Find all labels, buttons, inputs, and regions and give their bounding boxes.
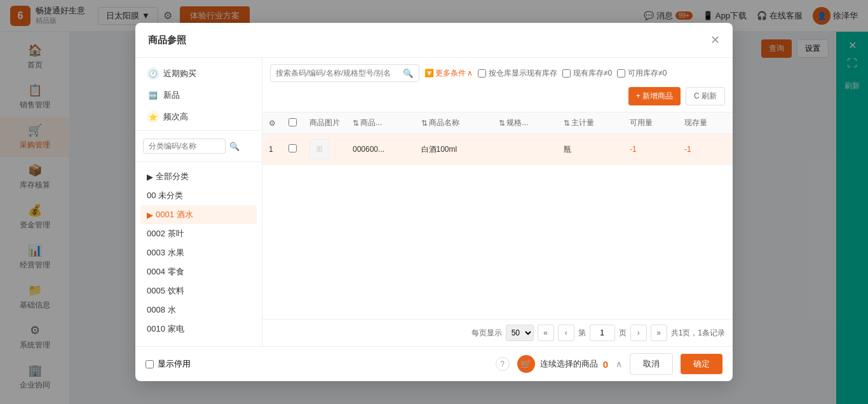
prev-page-button[interactable]: ‹ xyxy=(558,325,574,341)
new-icon: 🆕 xyxy=(147,89,159,102)
next-page-button[interactable]: › xyxy=(630,325,647,341)
last-page-button[interactable]: » xyxy=(651,325,667,341)
cat-search: 🔍 xyxy=(135,133,262,159)
row-name: 白酒100ml xyxy=(415,134,493,165)
sort-icon3: ⇅ xyxy=(499,119,505,128)
col-no: ⚙ xyxy=(262,112,282,134)
modal-header: 商品参照 ✕ xyxy=(135,23,733,58)
recent-icon: 🕐 xyxy=(147,67,159,80)
sort-icon2: ⇅ xyxy=(421,119,428,128)
filter-icon: 🔽 xyxy=(424,69,434,77)
modal-footer: 显示停用 ? 🛒 连续选择的商品 0 ∧ 取消 确定 xyxy=(135,346,733,381)
cat-0004[interactable]: 0004 零食 xyxy=(140,262,257,281)
cat-all[interactable]: ▶ 全部分类 xyxy=(140,167,257,186)
total-info: 共1页，1条记录 xyxy=(671,328,725,339)
cat-search-icon[interactable]: 🔍 xyxy=(229,142,240,151)
product-toolbar: 🔍 🔽 更多条件 ∧ 按仓库显示现有库存 xyxy=(262,58,733,112)
collapse-button[interactable]: ∧ xyxy=(616,359,622,369)
cat-0001[interactable]: ▶ 0001 酒水 xyxy=(140,205,257,224)
cat-00[interactable]: 00 未分类 xyxy=(140,186,257,205)
confirm-button[interactable]: 确定 xyxy=(681,354,722,374)
modal-body: 🕐 近期购买 🆕 新品 ⭐ 频次高 xyxy=(135,58,733,346)
cart-count: 0 xyxy=(603,359,608,370)
cat-new[interactable]: 🆕 新品 xyxy=(140,84,257,106)
first-page-button[interactable]: « xyxy=(538,325,554,341)
freq-icon: ⭐ xyxy=(147,111,159,123)
product-image: 图 xyxy=(309,139,330,159)
cat-freq[interactable]: ⭐ 频次高 xyxy=(140,106,257,128)
cart-area: 🛒 连续选择的商品 0 xyxy=(517,355,608,373)
col-img-header: 商品图片 xyxy=(303,112,346,134)
row-unit: 瓶 xyxy=(557,134,623,165)
cat-recent[interactable]: 🕐 近期购买 xyxy=(140,63,257,84)
table-row[interactable]: 1 图 000600... 白酒100ml 瓶 -1 xyxy=(262,134,733,165)
product-search-box: 🔍 xyxy=(270,64,419,82)
row-stock: -1 xyxy=(678,134,733,165)
cat-0008[interactable]: 0008 水 xyxy=(140,300,257,320)
warehouse-display-checkbox[interactable]: 按仓库显示现有库存 xyxy=(478,68,557,79)
cancel-button[interactable]: 取消 xyxy=(630,353,673,375)
page-number-input[interactable] xyxy=(590,325,615,341)
modal-close-button[interactable]: ✕ xyxy=(710,33,720,47)
sort-icon4: ⇅ xyxy=(564,119,570,128)
settings-icon[interactable]: ⚙ xyxy=(269,119,276,128)
category-panel: 🕐 近期购买 🆕 新品 ⭐ 频次高 xyxy=(135,58,262,346)
per-page-select[interactable]: 50 xyxy=(506,325,534,341)
product-list-table: ⚙ 商品图片 ⇅ 商品... xyxy=(262,112,733,165)
col-name-header[interactable]: ⇅ 商品名称 xyxy=(415,112,493,134)
refresh-button[interactable]: C 刷新 xyxy=(686,87,725,105)
cat-0005[interactable]: 0005 饮料 xyxy=(140,281,257,300)
row-code: 000600... xyxy=(346,134,415,165)
cat-divider xyxy=(135,130,262,131)
row-checkbox[interactable] xyxy=(282,134,303,165)
product-search-input[interactable] xyxy=(271,69,398,77)
cat-0003[interactable]: 0003 水果 xyxy=(140,243,257,262)
footer-right: ? 🛒 连续选择的商品 0 ∧ 取消 确定 xyxy=(496,353,722,375)
product-search-button[interactable]: 🔍 xyxy=(398,69,419,78)
cat-0002[interactable]: 0002 茶叶 xyxy=(140,224,257,243)
usable-nonzero-checkbox[interactable]: 可用库存≠0 xyxy=(617,68,667,79)
available-nonzero-checkbox[interactable]: 现有库存≠0 xyxy=(562,68,612,79)
select-all-checkbox[interactable] xyxy=(288,118,297,126)
col-spec-header[interactable]: ⇅ 规格... xyxy=(492,112,557,134)
modal-overlay: 商品参照 ✕ 🕐 近期购买 🆕 新品 xyxy=(0,0,868,404)
help-icon[interactable]: ? xyxy=(496,357,510,371)
col-code-header[interactable]: ⇅ 商品... xyxy=(346,112,415,134)
row-img: 图 xyxy=(303,134,346,165)
row-spec xyxy=(492,134,557,165)
col-checkbox xyxy=(282,112,303,134)
category-tree: ▶ 全部分类 00 未分类 ▶ 0001 酒水 0002 茶叶 xyxy=(135,165,262,341)
product-panel: 🔍 🔽 更多条件 ∧ 按仓库显示现有库存 xyxy=(262,58,733,346)
product-reference-modal: 商品参照 ✕ 🕐 近期购买 🆕 新品 xyxy=(135,23,733,381)
sort-icon: ⇅ xyxy=(353,119,359,128)
more-filter-button[interactable]: 🔽 更多条件 ∧ xyxy=(424,68,473,79)
cat-search-input[interactable] xyxy=(143,138,226,154)
toolbar-right: + 新增商品 C 刷新 xyxy=(628,87,725,105)
col-available-header[interactable]: 可用量 xyxy=(623,112,678,134)
modal-title: 商品参照 xyxy=(148,34,186,46)
cat-0010[interactable]: 0010 家电 xyxy=(140,320,257,339)
cat-divider2 xyxy=(135,161,262,162)
show-disabled-checkbox[interactable]: 显示停用 xyxy=(146,358,191,370)
quick-items: 🕐 近期购买 🆕 新品 ⭐ 频次高 xyxy=(135,63,262,128)
add-product-button[interactable]: + 新增商品 xyxy=(628,87,681,105)
col-unit-header[interactable]: ⇅ 主计量 xyxy=(557,112,623,134)
pagination: 每页显示 50 « ‹ 第 页 › » 共1页，1条记录 xyxy=(262,319,733,346)
table-header-row: ⚙ 商品图片 ⇅ 商品... xyxy=(262,112,733,134)
product-table: ⚙ 商品图片 ⇅ 商品... xyxy=(262,112,733,319)
col-stock-header[interactable]: 现存量 xyxy=(678,112,733,134)
cart-icon[interactable]: 🛒 xyxy=(517,355,535,373)
row-available: -1 xyxy=(623,134,678,165)
row-no: 1 xyxy=(262,134,282,165)
